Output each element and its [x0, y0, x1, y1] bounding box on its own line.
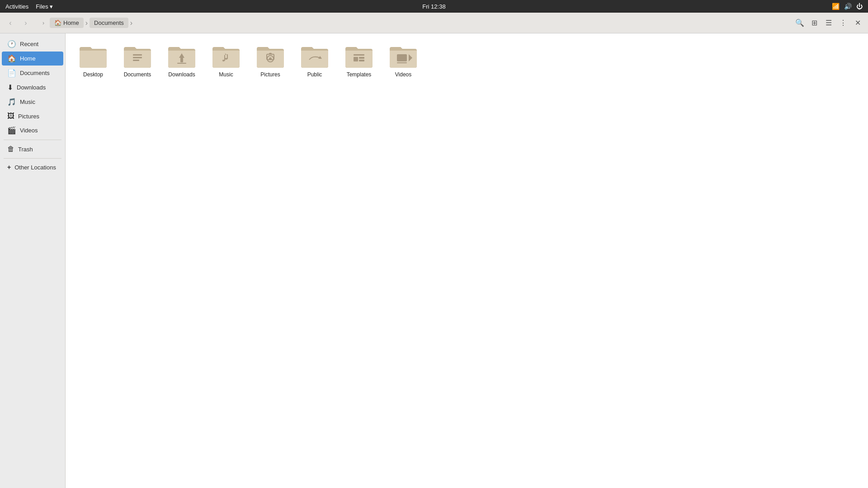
- file-item-downloads[interactable]: Downloads: [161, 41, 202, 81]
- file-label-public: Public: [307, 71, 322, 78]
- sidebar-label-videos: Videos: [20, 127, 38, 134]
- file-item-pictures[interactable]: Pictures: [250, 41, 291, 81]
- file-item-videos[interactable]: Videos: [383, 41, 424, 81]
- folder-icon-pictures: [256, 44, 285, 69]
- toolbar-right-buttons: 🔍 ⊞ ☰ ⋮ ✕: [793, 16, 864, 30]
- svg-rect-11: [354, 57, 358, 61]
- svg-rect-14: [397, 54, 407, 61]
- downloads-icon: ⬇: [7, 83, 13, 92]
- file-label-music: Music: [219, 71, 233, 78]
- other-locations-icon: +: [7, 164, 11, 171]
- folder-icon-videos: [389, 44, 418, 69]
- breadcrumb-documents[interactable]: Documents: [90, 18, 128, 28]
- sidebar-item-videos[interactable]: 🎬 Videos: [2, 123, 63, 137]
- svg-rect-13: [359, 60, 364, 61]
- sidebar-label-other-locations: Other Locations: [14, 164, 56, 171]
- breadcrumb-end-separator: ›: [129, 19, 133, 27]
- file-label-desktop: Desktop: [83, 71, 103, 78]
- power-icon[interactable]: ⏻: [856, 3, 863, 10]
- datetime: Fri 12:38: [422, 3, 445, 10]
- file-area: Desktop Documents: [66, 33, 868, 488]
- breadcrumb-separator: ›: [85, 19, 89, 27]
- sidebar-label-pictures: Pictures: [18, 113, 39, 120]
- system-bar: Activities Files ▾ Fri 12:38 📶 🔊 ⏻: [0, 0, 868, 13]
- documents-icon: 📄: [7, 69, 16, 77]
- files-menu-button[interactable]: Files ▾: [36, 3, 53, 10]
- file-item-music[interactable]: Music: [206, 41, 246, 81]
- toolbar: ‹ › › 🏠 Home › Documents › 🔍 ⊞ ☰ ⋮ ✕: [0, 13, 868, 33]
- sidebar-label-music: Music: [20, 99, 35, 105]
- home-icon: 🏠: [7, 54, 16, 63]
- svg-rect-1: [133, 57, 142, 58]
- sidebar: 🕐 Recent 🏠 Home 📄 Documents ⬇ Downloads …: [0, 33, 66, 488]
- svg-rect-16: [397, 62, 407, 63]
- file-label-pictures: Pictures: [260, 71, 280, 78]
- back-button[interactable]: ‹: [4, 16, 17, 30]
- svg-rect-4: [180, 58, 183, 62]
- sidebar-divider: [4, 140, 61, 140]
- breadcrumb-bar: › 🏠 Home › Documents ›: [38, 18, 788, 28]
- grid-view-button[interactable]: ⊞: [807, 16, 821, 30]
- breadcrumb-home[interactable]: 🏠 Home: [50, 18, 84, 28]
- videos-icon: 🎬: [7, 126, 16, 135]
- main-area: 🕐 Recent 🏠 Home 📄 Documents ⬇ Downloads …: [0, 33, 868, 488]
- file-label-videos: Videos: [395, 71, 411, 78]
- file-item-desktop[interactable]: Desktop: [73, 41, 113, 81]
- folder-icon-templates: [344, 44, 373, 69]
- sidebar-item-trash[interactable]: 🗑 Trash: [2, 142, 63, 156]
- forward-button[interactable]: ›: [19, 16, 33, 30]
- sidebar-divider-2: [4, 158, 61, 159]
- activities-button[interactable]: Activities: [5, 3, 28, 10]
- trash-icon: 🗑: [7, 145, 14, 153]
- folder-icon-downloads: [167, 44, 196, 69]
- svg-rect-12: [359, 57, 364, 59]
- breadcrumb-up-button[interactable]: ›: [38, 18, 49, 28]
- list-view-button[interactable]: ☰: [822, 16, 835, 30]
- sidebar-label-home: Home: [20, 55, 36, 62]
- system-bar-right: 📶 🔊 ⏻: [832, 3, 863, 10]
- menu-button[interactable]: ⋮: [836, 16, 850, 30]
- svg-rect-0: [133, 54, 142, 56]
- recent-icon: 🕐: [7, 40, 16, 48]
- folder-icon-music: [212, 44, 241, 69]
- sidebar-item-downloads[interactable]: ⬇ Downloads: [2, 80, 63, 94]
- file-item-documents[interactable]: Documents: [117, 41, 158, 81]
- sidebar-item-documents[interactable]: 📄 Documents: [2, 66, 63, 80]
- sidebar-item-recent[interactable]: 🕐 Recent: [2, 37, 63, 51]
- folder-icon-desktop: [79, 44, 108, 69]
- sound-icon[interactable]: 🔊: [844, 3, 852, 10]
- files-window: ‹ › › 🏠 Home › Documents › 🔍 ⊞ ☰ ⋮ ✕: [0, 13, 868, 488]
- sidebar-label-recent: Recent: [20, 41, 38, 47]
- folder-icon-documents: [123, 44, 152, 69]
- music-icon: 🎵: [7, 98, 16, 106]
- file-label-downloads: Downloads: [168, 71, 195, 78]
- sidebar-item-music[interactable]: 🎵 Music: [2, 95, 63, 109]
- search-button[interactable]: 🔍: [793, 16, 807, 30]
- close-button[interactable]: ✕: [851, 16, 864, 30]
- pictures-icon: 🖼: [7, 112, 14, 120]
- network-icon[interactable]: 📶: [832, 3, 840, 10]
- file-label-templates: Templates: [347, 71, 372, 78]
- file-label-documents: Documents: [124, 71, 151, 78]
- sidebar-item-home[interactable]: 🏠 Home: [2, 52, 63, 66]
- sidebar-item-pictures[interactable]: 🖼 Pictures: [2, 109, 63, 123]
- sidebar-label-documents: Documents: [20, 70, 50, 76]
- svg-rect-10: [354, 54, 364, 56]
- home-breadcrumb-icon: 🏠: [54, 19, 61, 26]
- file-grid: Desktop Documents: [73, 41, 861, 81]
- sidebar-label-trash: Trash: [18, 146, 33, 153]
- file-item-templates[interactable]: Templates: [339, 41, 379, 81]
- folder-icon-public: [300, 44, 329, 69]
- svg-rect-2: [133, 60, 139, 61]
- file-item-public[interactable]: Public: [294, 41, 335, 81]
- system-bar-left: Activities Files ▾: [5, 3, 53, 10]
- svg-rect-5: [177, 63, 186, 64]
- sidebar-label-downloads: Downloads: [17, 84, 46, 91]
- sidebar-item-other-locations[interactable]: + Other Locations: [2, 161, 63, 174]
